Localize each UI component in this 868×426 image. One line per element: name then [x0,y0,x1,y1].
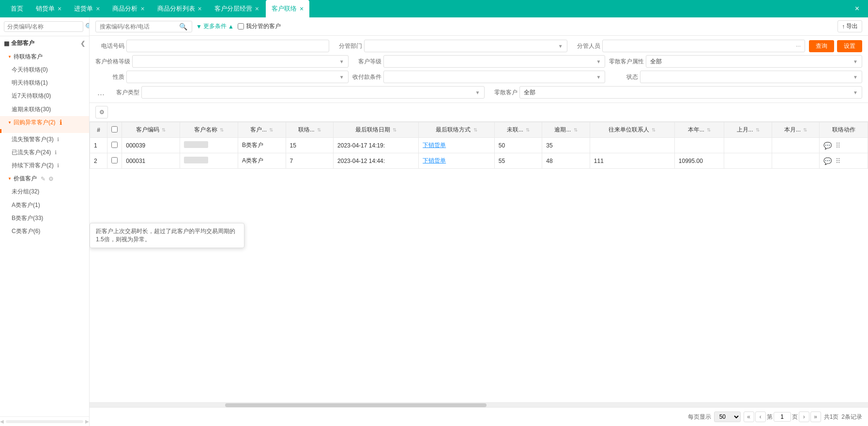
th-last-contact-date[interactable]: 最后联络日期 ⇅ [334,122,419,138]
scroll-right-icon[interactable]: ▶ [85,419,89,424]
select-all-checkbox[interactable] [111,126,118,132]
nav-purchase-label: 进货单 [74,0,93,17]
contact-icon-1[interactable]: 💬 [823,142,832,149]
customer-type-select[interactable]: ▼ [141,86,485,99]
scrollbar-thumb[interactable] [225,403,487,407]
gender-select[interactable]: ▼ [126,71,349,83]
row2-checkbox[interactable] [111,157,118,163]
nav-home[interactable]: 首页 [5,0,29,17]
th-last-contact-method[interactable]: 最后联络方式 ⇅ [419,122,495,138]
dept-label: 分管部门 [333,42,362,50]
scroll-left-icon[interactable]: ◀ [0,419,4,424]
dept-select[interactable]: ▼ [364,40,567,52]
method-link-1[interactable]: 下销货单 [423,142,446,148]
sidebar-item-today[interactable]: 今天待联络(0) [0,63,89,76]
sort-not-contact-icon: ⇅ [526,127,530,132]
sidebar-item-tomorrow[interactable]: 明天待联络(1) [0,76,89,89]
th-contact[interactable]: 联络... ⇅ [286,122,333,138]
price-grade-select[interactable]: ▼ [132,55,349,68]
th-code[interactable]: 客户编码 ⇅ [122,122,180,138]
sidebar-item-class-a[interactable]: A类客户(1) [0,199,89,212]
nav-product-analysis-close[interactable]: × [140,0,144,17]
row1-checkbox[interactable] [111,142,118,148]
value-group-label: 价值客户 [14,175,37,183]
method-link-2[interactable]: 下销货单 [423,157,446,164]
th-last-month[interactable]: 上月... ⇅ [724,122,772,138]
payment-select[interactable]: ▼ [383,71,606,83]
per-page-label: 每页显示 [688,413,711,421]
nav-customer-contact-close[interactable]: × [300,0,304,17]
nav-customer-tier-close[interactable]: × [255,0,259,17]
sidebar-group-repurchase: ▼ 回购异常客户(2) ℹ 流失预警客户(3) ℹ 已流失客户(24) ℹ 持续… [0,116,89,173]
sidebar-search-input[interactable] [4,21,83,32]
th-category[interactable]: 客户... ⇅ [238,122,286,138]
nav-customer-tier[interactable]: 客户分层经营 × [209,0,265,17]
settings-button[interactable]: 设置 [837,40,862,52]
sidebar-group-value-title[interactable]: ▼ 价值客户 ✎ ⚙ [0,172,89,185]
nav-purchase[interactable]: 进货单 × [68,0,106,17]
th-this-year[interactable]: 本年... ⇅ [674,122,724,138]
status-select[interactable]: ▼ [640,71,862,83]
window-close-button[interactable]: × [851,4,863,13]
filter-search-input[interactable] [100,23,177,30]
last-page-btn[interactable]: » [810,411,821,422]
sidebar-group-pending-title[interactable]: ▼ 待联络客户 [0,50,89,63]
th-history-contact[interactable]: 往来单位联系人 ⇅ [590,122,674,138]
filter-search-icon[interactable]: 🔍 [179,23,187,30]
th-name[interactable]: 客户名称 ⇅ [180,122,238,138]
sidebar-search-icon[interactable]: 🔍 [85,23,90,30]
sidebar-fold-icon[interactable]: ❮ [80,40,85,47]
nav-product-analysis-list-close[interactable]: × [198,0,202,17]
sidebar-item-class-b[interactable]: B类客户(33) [0,212,89,225]
nav-customer-contact[interactable]: 客户联络 × [266,0,309,17]
more-dots-btn[interactable]: ... [95,88,107,98]
sidebar-item-declining[interactable]: 持续下滑客户(2) ℹ [0,159,89,172]
sidebar-item-ungrouped[interactable]: 未分组(32) [0,185,89,198]
horizontal-scrollbar[interactable] [90,402,868,407]
query-button[interactable]: 查询 [809,40,834,52]
nav-sales-close[interactable]: × [58,0,61,17]
sidebar-all-customers[interactable]: ▦ 全部客户 ❮ [0,36,89,50]
nav-purchase-close[interactable]: × [96,0,100,17]
nav-sales[interactable]: 销货单 × [30,0,67,17]
per-page-select[interactable]: 50 100 200 [714,411,741,422]
sidebar-group-repurchase-title[interactable]: ▼ 回购异常客户(2) ℹ [0,116,89,129]
sidebar-item-loss-warning[interactable]: 流失预警客户(3) ℹ [0,133,89,146]
th-this-month[interactable]: 本月... ⇅ [772,122,819,138]
page-input[interactable] [774,412,791,422]
retail-customer-select[interactable]: 全部 ▼ [519,86,863,99]
pagination-nav: « ‹ 第 页 › » [744,411,821,422]
th-overdue[interactable]: 逾期... ⇅ [542,122,590,138]
next-page-btn[interactable]: › [799,411,809,422]
table-settings-icon[interactable]: ⚙ [95,106,108,118]
nav-product-analysis-list[interactable]: 商品分析列表 × [152,0,208,17]
td-category-2: A类客户 [238,153,286,169]
customer-grade-select[interactable]: ▼ [383,55,606,68]
prev-page-btn[interactable]: ‹ [755,411,766,422]
sidebar-item-overdue[interactable]: 逾期未联络(30) [0,103,89,116]
more-action-icon-1[interactable]: ⠿ [836,142,840,149]
phone-input[interactable] [126,40,329,52]
sidebar-item-7days[interactable]: 近7天待联络(0) [0,89,89,103]
sort-code-icon: ⇅ [162,127,166,132]
retail-attr-select[interactable]: 全部 ▼ [646,55,862,68]
sidebar-item-lost[interactable]: 已流失客户(24) ℹ [0,146,89,159]
sidebar-item-repurchase-active[interactable] [0,129,89,133]
customer-grade-label: 客户等级 [352,58,381,66]
filter-bar: 🔍 ▼ 更多条件 ▲ 我分管的客户 ↑ 导出 [90,17,868,36]
person-select[interactable]: ··· [602,40,805,52]
contact-icon-2[interactable]: 💬 [823,157,832,165]
th-not-contact[interactable]: 未联... ⇅ [494,122,542,138]
more-action-icon-2[interactable]: ⠿ [836,157,840,165]
edit-icon[interactable]: ✎ [41,176,46,182]
export-label: 导出 [846,22,858,30]
settings-icon[interactable]: ⚙ [48,176,54,182]
sidebar-item-class-c[interactable]: C类客户(6) [0,225,89,238]
export-button[interactable]: ↑ 导出 [838,20,862,32]
retail-customer-label: 零散客户 [488,88,518,97]
nav-product-analysis[interactable]: 商品分析 × [107,0,150,17]
more-conditions-btn[interactable]: ▼ 更多条件 ▲ [196,22,234,30]
action-icons-1: 💬 ⠿ [823,142,864,149]
my-customers-checkbox[interactable] [238,23,244,29]
first-page-btn[interactable]: « [744,411,754,422]
